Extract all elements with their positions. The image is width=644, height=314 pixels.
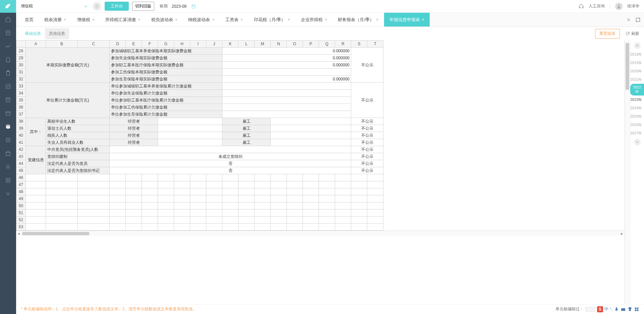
empty-cell[interactable]	[238, 181, 255, 188]
empty-cell[interactable]	[319, 224, 335, 231]
row-label[interactable]: 退役士兵人数	[46, 125, 110, 132]
empty-cell[interactable]	[158, 188, 174, 195]
value-cell[interactable]	[222, 90, 351, 97]
empty-cell[interactable]	[142, 195, 158, 202]
tab[interactable]: 税表清册×	[39, 13, 72, 26]
empty-cell[interactable]	[26, 181, 46, 188]
col-header[interactable]: I	[190, 41, 206, 48]
empty-cell[interactable]	[174, 224, 190, 231]
empty-cell[interactable]	[206, 202, 222, 209]
row-header[interactable]: 46	[16, 174, 26, 181]
employee-cell[interactable]: 雇工	[222, 132, 271, 139]
empty-cell[interactable]	[287, 209, 303, 216]
value-dropdown[interactable]: 未成立党组织	[110, 153, 351, 160]
empty-cell[interactable]	[174, 202, 190, 209]
empty-cell[interactable]	[142, 209, 158, 216]
empty-cell[interactable]	[367, 224, 383, 231]
row-header[interactable]: 34	[16, 90, 26, 97]
empty-cell[interactable]	[255, 188, 271, 195]
value-cell[interactable]	[222, 83, 351, 90]
row-header[interactable]: 38	[16, 118, 26, 125]
disclose-dropdown[interactable]: 不公示	[351, 153, 383, 160]
nav-settings-icon[interactable]	[0, 160, 16, 174]
empty-cell[interactable]	[206, 216, 222, 224]
value-cell[interactable]	[158, 132, 222, 139]
empty-cell[interactable]	[303, 181, 319, 188]
row-label[interactable]: 参加生育保险本期实际缴费金额	[110, 76, 222, 83]
empty-cell[interactable]	[190, 181, 206, 188]
empty-cell[interactable]	[271, 224, 287, 231]
module-dropdown[interactable]: 增值税	[21, 3, 88, 9]
corner-cell[interactable]	[16, 41, 26, 48]
row-header[interactable]: 43	[16, 153, 26, 160]
ime-indicator[interactable]: S 中 °,	[597, 306, 639, 312]
empty-cell[interactable]	[174, 181, 190, 188]
tab[interactable]: 工资表×	[220, 13, 249, 26]
row-label[interactable]: 单位参加失业保险累计欠缴金额	[110, 90, 222, 97]
nav-text-icon[interactable]	[0, 93, 16, 107]
col-header[interactable]: G	[158, 41, 174, 48]
user-avatar[interactable]	[615, 3, 623, 10]
col-header[interactable]: P	[303, 41, 319, 48]
empty-cell[interactable]	[126, 174, 142, 181]
col-header[interactable]: K	[222, 41, 238, 48]
row-label[interactable]: 高校毕业生人数	[46, 118, 110, 125]
operator-cell[interactable]: 经营者	[110, 132, 158, 139]
row-header[interactable]: 48	[16, 188, 26, 195]
empty-cell[interactable]	[238, 209, 255, 216]
empty-cell[interactable]	[271, 181, 287, 188]
row-header[interactable]: 36	[16, 104, 26, 111]
empty-cell[interactable]	[335, 209, 351, 216]
value-cell[interactable]	[222, 104, 351, 111]
row-header[interactable]: 32	[16, 76, 26, 83]
empty-cell[interactable]	[367, 188, 383, 195]
row-label[interactable]: 参加城镇职工基本养老保险本期实际缴费金额	[110, 48, 222, 55]
row-header[interactable]: 39	[16, 125, 26, 132]
empty-cell[interactable]	[190, 195, 206, 202]
empty-cell[interactable]	[351, 202, 367, 209]
row-label[interactable]: 中共党员(包括预备党员)人数	[46, 146, 110, 153]
empty-cell[interactable]	[271, 209, 287, 216]
row-label[interactable]: 失业人员再就业人数	[46, 139, 110, 146]
empty-cell[interactable]	[271, 174, 287, 181]
empty-cell[interactable]	[174, 209, 190, 216]
empty-cell[interactable]	[255, 174, 271, 181]
year-item[interactable]: 2021年	[630, 75, 644, 84]
row-header[interactable]: 51	[16, 209, 26, 216]
row-header[interactable]: 37	[16, 111, 26, 118]
tab[interactable]: 所得税汇算清缴×	[100, 13, 146, 26]
col-header[interactable]: N	[271, 41, 287, 48]
empty-cell[interactable]	[110, 216, 126, 224]
tab[interactable]: 纳税波动表×	[183, 13, 220, 26]
empty-cell[interactable]	[46, 181, 78, 188]
value-cell[interactable]	[271, 132, 351, 139]
row-label[interactable]: 单位参加生育保险累计欠缴金额	[110, 111, 222, 118]
empty-cell[interactable]	[110, 174, 126, 181]
empty-cell[interactable]	[255, 216, 271, 224]
empty-cell[interactable]	[351, 174, 367, 181]
empty-cell[interactable]	[238, 188, 255, 195]
empty-cell[interactable]	[46, 216, 78, 224]
empty-cell[interactable]	[287, 202, 303, 209]
empty-cell[interactable]	[287, 224, 303, 231]
empty-cell[interactable]	[190, 209, 206, 216]
col-header[interactable]: J	[206, 41, 222, 48]
row-header[interactable]: 47	[16, 181, 26, 188]
row-label[interactable]: 参加失业保险本期实际缴费金额	[110, 55, 222, 62]
section-title[interactable]: 党建信息	[26, 146, 46, 174]
empty-cell[interactable]	[158, 209, 174, 216]
nav-v-icon[interactable]	[0, 187, 16, 200]
empty-cell[interactable]	[158, 181, 174, 188]
empty-cell[interactable]	[335, 224, 351, 231]
value-dropdown[interactable]: 否	[110, 160, 351, 167]
nav-play-icon[interactable]	[0, 174, 16, 187]
tab-close-icon[interactable]: ×	[240, 17, 243, 22]
col-header[interactable]: H	[174, 41, 190, 48]
empty-cell[interactable]	[319, 216, 335, 224]
operator-cell[interactable]: 经营者	[110, 139, 158, 146]
empty-cell[interactable]	[78, 224, 110, 231]
row-header[interactable]: 41	[16, 139, 26, 146]
empty-cell[interactable]	[158, 224, 174, 231]
consult-link[interactable]: 人工咨询	[589, 3, 605, 9]
empty-cell[interactable]	[110, 188, 126, 195]
